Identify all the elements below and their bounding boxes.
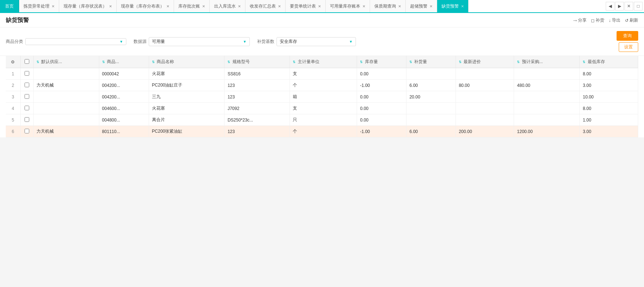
row-min-stock-2: 3.00 bbox=[580, 80, 638, 91]
tab-close-stock-status[interactable]: ✕ bbox=[109, 4, 112, 8]
tab-label-batch-account: 库存批次账 bbox=[178, 3, 200, 9]
datasource-select[interactable]: 可用量 ▼ bbox=[149, 37, 250, 46]
settings-button[interactable]: 设置 bbox=[619, 42, 638, 52]
column-min-stock[interactable]: ⇅ 最低库存 bbox=[580, 56, 638, 68]
row-select-5[interactable] bbox=[25, 117, 29, 122]
row-select-6[interactable] bbox=[25, 129, 29, 133]
tab-close-batch-account[interactable]: ✕ bbox=[202, 4, 205, 8]
export-action[interactable]: ↓ 导出 bbox=[609, 17, 621, 23]
tab-maximize-button[interactable]: □ bbox=[634, 2, 643, 10]
sort-min-stock-icon: ⇅ bbox=[583, 60, 586, 64]
row-stock-3: 0.00 bbox=[357, 91, 406, 103]
sort-price-icon: ⇅ bbox=[459, 60, 462, 64]
tab-close-shortage[interactable]: ✕ bbox=[461, 4, 464, 8]
row-checkbox-2[interactable] bbox=[20, 80, 33, 91]
row-latest-price-4 bbox=[456, 103, 514, 114]
row-checkbox-5[interactable] bbox=[20, 114, 33, 126]
tab-inout-flow[interactable]: 出入库流水✕ bbox=[210, 0, 245, 12]
header-actions: ⤏ 分享 ◻ 补货 ↓ 导出 ↺ 刷新 bbox=[573, 17, 638, 23]
column-goods-code[interactable]: ⇅ 商品... bbox=[99, 56, 149, 68]
datasource-value: 可用量 bbox=[152, 39, 165, 45]
column-goods-name-label: 商品名称 bbox=[157, 59, 174, 64]
column-estimated-purchase[interactable]: ⇅ 预计采购... bbox=[514, 56, 580, 68]
tab-stock-status[interactable]: 现存量（库存状况表）✕ bbox=[59, 0, 117, 12]
sort-unit-icon: ⇅ bbox=[293, 60, 296, 64]
row-replenish-qty-6: 6.00 bbox=[406, 126, 456, 137]
tab-shortage[interactable]: 缺货预警✕ bbox=[437, 0, 469, 12]
tab-prev-button[interactable]: ◀ bbox=[606, 2, 614, 10]
category-label: 商品分类 bbox=[6, 39, 23, 45]
tab-collect-summary[interactable]: 收发存汇总表✕ bbox=[245, 0, 286, 12]
column-checkbox-all[interactable] bbox=[20, 56, 33, 68]
column-supplier[interactable]: ⇅ 默认供应... bbox=[33, 56, 99, 68]
tab-close-available-ledger[interactable]: ✕ bbox=[362, 4, 365, 8]
tab-home[interactable]: 首页 bbox=[0, 0, 19, 12]
column-stock-label: 库存量 bbox=[365, 59, 378, 64]
row-checkbox-4[interactable] bbox=[20, 103, 33, 114]
sort-goods-code-icon: ⇅ bbox=[102, 60, 105, 64]
tab-batch-account[interactable]: 库存批次账✕ bbox=[174, 0, 210, 12]
tab-order-stats[interactable]: 要货单统计表✕ bbox=[286, 0, 326, 12]
tab-abnormal[interactable]: 拣货异常处理✕ bbox=[19, 0, 59, 12]
share-action[interactable]: ⤏ 分享 bbox=[573, 17, 587, 23]
tab-label-order-stats: 要货单统计表 bbox=[290, 3, 316, 9]
replenish-base-select[interactable]: 安全库存 ▼ bbox=[277, 37, 356, 46]
refresh-action[interactable]: ↺ 刷新 bbox=[625, 17, 638, 23]
query-button[interactable]: 查询 bbox=[617, 31, 638, 41]
row-unit-2: 个 bbox=[290, 80, 357, 91]
row-replenish-qty-4 bbox=[406, 103, 456, 114]
row-select-3[interactable] bbox=[25, 94, 29, 99]
filter-row: 商品分类 ▼ 数据源 可用量 ▼ 补货基数 安全库存 ▼ 查询 设置 bbox=[0, 27, 644, 56]
tab-close-order-stats[interactable]: ✕ bbox=[318, 4, 321, 8]
export-icon: ↓ bbox=[609, 18, 611, 23]
tab-expiry-query[interactable]: 保质期查询✕ bbox=[370, 0, 406, 12]
column-goods-name[interactable]: ⇅ 商品名称 bbox=[149, 56, 225, 68]
tab-close-expiry-query[interactable]: ✕ bbox=[398, 4, 401, 8]
row-latest-price-1 bbox=[456, 68, 514, 80]
tab-label-inout-flow: 出入库流水 bbox=[214, 3, 236, 9]
column-latest-price[interactable]: ⇅ 最新进价 bbox=[456, 56, 514, 68]
sort-replenish-icon: ⇅ bbox=[409, 60, 412, 64]
table-container: ⚙ ⇅ 默认供应... ⇅ 商品... ⇅ 商品名称 bbox=[0, 56, 644, 137]
column-replenish-qty[interactable]: ⇅ 补货量 bbox=[406, 56, 456, 68]
column-spec[interactable]: ⇅ 规格型号 bbox=[225, 56, 290, 68]
column-settings[interactable]: ⚙ bbox=[6, 56, 20, 68]
tab-label-stock-dist: 现存量（库存分布表） bbox=[121, 3, 164, 9]
row-select-2[interactable] bbox=[25, 83, 29, 87]
sort-supplier-icon: ⇅ bbox=[36, 60, 39, 64]
tab-next-button[interactable]: ▶ bbox=[615, 2, 624, 10]
column-estimated-purchase-label: 预计采购... bbox=[522, 59, 543, 64]
tab-close-overstock[interactable]: ✕ bbox=[430, 4, 432, 8]
row-supplier-4 bbox=[33, 103, 99, 114]
row-latest-price-3 bbox=[456, 91, 514, 103]
select-all-checkbox[interactable] bbox=[25, 59, 29, 64]
tab-stock-dist[interactable]: 现存量（库存分布表）✕ bbox=[117, 0, 174, 12]
row-supplier-6: 力天机械 bbox=[33, 126, 99, 137]
tab-close-inout-flow[interactable]: ✕ bbox=[238, 4, 241, 8]
row-select-1[interactable] bbox=[25, 71, 29, 76]
row-checkbox-6[interactable] bbox=[20, 126, 33, 137]
sort-estimated-icon: ⇅ bbox=[517, 60, 520, 64]
tab-close-all-button[interactable]: ✕ bbox=[625, 2, 633, 10]
row-spec-2: 123 bbox=[225, 80, 290, 91]
row-supplier-5 bbox=[33, 114, 99, 126]
row-stock-4: 0.00 bbox=[357, 103, 406, 114]
row-replenish-qty-3: 20.00 bbox=[406, 91, 456, 103]
refresh-label: 刷新 bbox=[630, 17, 638, 23]
tab-overstock[interactable]: 超储预警✕ bbox=[406, 0, 437, 12]
category-select[interactable]: ▼ bbox=[25, 38, 126, 45]
tab-close-abnormal[interactable]: ✕ bbox=[52, 4, 55, 8]
row-checkbox-3[interactable] bbox=[20, 91, 33, 103]
column-stock[interactable]: ⇅ 库存量 bbox=[357, 56, 406, 68]
row-goods-name-4: 火花塞 bbox=[149, 103, 225, 114]
row-select-4[interactable] bbox=[25, 106, 29, 110]
replenish-action[interactable]: ◻ 补货 bbox=[591, 17, 604, 23]
column-unit[interactable]: ⇅ 主计量单位 bbox=[290, 56, 357, 68]
tab-close-collect-summary[interactable]: ✕ bbox=[278, 4, 281, 8]
replenish-base-value: 安全库存 bbox=[280, 39, 297, 45]
row-checkbox-1[interactable] bbox=[20, 68, 33, 80]
tab-available-ledger[interactable]: 可用量库存账本✕ bbox=[326, 0, 370, 12]
row-min-stock-1: 8.00 bbox=[580, 68, 638, 80]
tab-close-stock-dist[interactable]: ✕ bbox=[166, 4, 169, 8]
row-goods-code-6: 801110... bbox=[99, 126, 149, 137]
